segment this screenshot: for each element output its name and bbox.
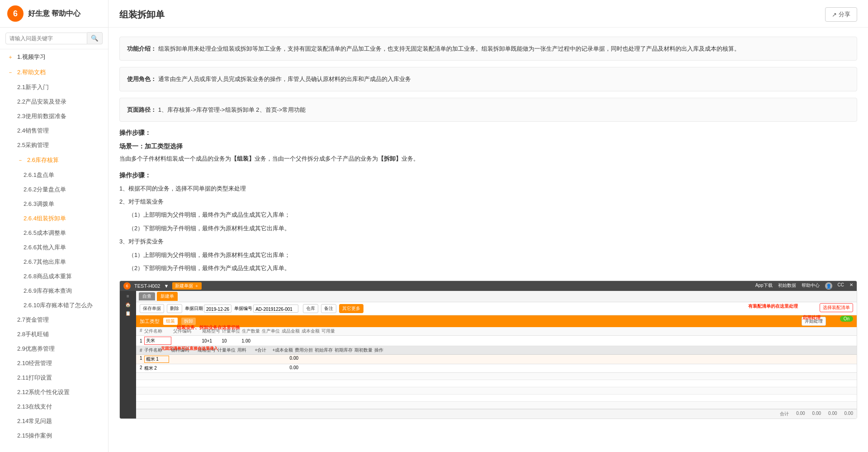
- mock-unit-cell: 10: [222, 338, 240, 343]
- sidebar-item-newbie[interactable]: 2.1新手入门: [0, 80, 108, 95]
- mock-parent-name-cell[interactable]: 关米: [144, 337, 171, 345]
- sidebar-item-case[interactable]: 2.15操作案例: [0, 428, 108, 443]
- sidebar-item-finance[interactable]: 2.7资金管理: [0, 313, 108, 327]
- mock-btn-select-bom[interactable]: 选择装配清单: [820, 303, 853, 312]
- mock-close-btn[interactable]: ✕: [849, 282, 853, 290]
- mock-order-val: AD-20191226-001: [253, 305, 298, 313]
- path-label: 页面路径：: [127, 106, 156, 113]
- sidebar-item-transfer[interactable]: 2.6.3调拨单: [0, 197, 108, 211]
- steps-intro: 操作步骤：: [119, 171, 857, 180]
- sidebar-item-cost-adjust[interactable]: 2.6.5成本调整单: [0, 226, 108, 240]
- mock-child-row1-num: 1: [140, 356, 142, 363]
- main-header: 组装拆卸单 ↗ 分享: [108, 0, 868, 28]
- sidebar-item-operation[interactable]: 2.10经营管理: [0, 356, 108, 371]
- sidebar-item-assembly[interactable]: 2.6.4组装拆卸单: [0, 211, 108, 226]
- screenshot-container: 6 TEST-H002 ▼ 新建单据 ＋ App下载 初始数据 帮助中心 👤 C…: [119, 281, 857, 419]
- logo-icon: 6: [7, 5, 24, 22]
- mock-btn-save[interactable]: 保存单据: [140, 304, 164, 313]
- step2-sub2: （2）下部明细为子件明细，最终作为原材料生成其它出库单。: [119, 223, 857, 233]
- mock-sub-toolbar: 加工类型 组装 拆卸 组装业务、拆卸业务在这里切换 启用处理 On 开始处理: [136, 315, 857, 327]
- mock-type-disassembly[interactable]: 拆卸: [181, 318, 196, 325]
- mock-child-unit-header: 计量单位: [217, 347, 236, 353]
- sidebar-item-cost-recalc[interactable]: 2.6.8商品成本重算: [0, 269, 108, 284]
- mock-nav-icon3: 📋: [124, 310, 132, 317]
- function-intro-block: 功能介绍： 组装拆卸单用来处理企业组装或拆卸等加工业务，支持有固定装配清单的产品…: [119, 37, 857, 61]
- mock-empty-row-4: [136, 380, 857, 387]
- mock-qty-cell: 1.00: [242, 338, 260, 343]
- mock-help-center: 帮助中心: [802, 282, 820, 290]
- sidebar-item-mobile[interactable]: 2.8手机旺铺: [0, 327, 108, 342]
- mock-child-row1-code: [171, 356, 196, 363]
- mock-type-assembly[interactable]: 组装: [163, 318, 178, 325]
- sidebar-item-help-docs[interactable]: － 2.帮助文档: [0, 65, 108, 80]
- mock-parent-name-col: 父件名称: [144, 328, 171, 334]
- mock-add-btn[interactable]: 新建单据 ＋: [172, 282, 202, 290]
- search-input[interactable]: [5, 33, 87, 44]
- sidebar-item-sales[interactable]: 2.4销售管理: [0, 124, 108, 138]
- mock-titlebar-left: 6 TEST-H002 ▼ 新建单据 ＋: [123, 282, 202, 290]
- step2: 2、对于组装业务: [119, 196, 857, 207]
- steps-title: 操作步骤：: [119, 129, 857, 137]
- mock-order-label: 单据编号: [234, 305, 252, 312]
- search-button[interactable]: 🔍: [87, 32, 103, 44]
- mock-total-val1: 0.00: [796, 411, 805, 417]
- mock-subtotal-header: +合计: [255, 347, 271, 353]
- step3-sub1: （1）上部明细为父件明细，最终作为原材料生成其它出库单；: [119, 250, 857, 260]
- mock-initial-data: 初始数据: [778, 282, 796, 290]
- sidebar-item-other-in[interactable]: 2.6.6其他入库单: [0, 240, 108, 255]
- mock-parent-row: 1 关米 10+1 10 1.00 无固定清单可以直接在这里录入: [136, 336, 857, 346]
- mock-user-name: CC: [838, 282, 844, 290]
- minus-icon2: －: [17, 157, 24, 163]
- mock-total-val3: 0.00: [828, 411, 837, 417]
- mock-tab-list[interactable]: 自查: [139, 292, 155, 300]
- mock-child-section-header: # 子件名称 物料编码 规格型号 计量单位 用料 +合计 +成本金额 费用分担 …: [136, 346, 857, 355]
- path-block: 页面路径： 1、库存核算->库存管理->组装拆卸单 2、首页->常用功能: [119, 98, 857, 122]
- mock-btn-cancel[interactable]: 删除: [167, 304, 182, 313]
- sidebar-item-coupon[interactable]: 2.9优惠券管理: [0, 342, 108, 356]
- mock-cost-share-header: 费用分担: [295, 347, 313, 353]
- mock-cost-amt-col: 成本金额: [302, 328, 320, 334]
- mock-child-row-1: 1 糯米 1 0.00: [136, 355, 857, 364]
- mock-empty-row-7: [136, 402, 857, 409]
- sidebar-item-video-learning[interactable]: ＋ 1.视频学习: [0, 49, 108, 65]
- sidebar-item-faq[interactable]: 2.14常见问题: [0, 414, 108, 428]
- annotation-bom: 有装配清单的在这里处理: [748, 303, 798, 309]
- sidebar-item-online-pay[interactable]: 2.13在线支付: [0, 400, 108, 414]
- mock-spec-cell: 10+1: [202, 338, 220, 343]
- mock-titlebar-right: App下载 初始数据 帮助中心 👤 CC ✕: [755, 282, 853, 290]
- mock-enable-toggle[interactable]: On: [840, 316, 853, 321]
- sidebar-item-partial-check[interactable]: 2.6.2分量盘点单: [0, 182, 108, 197]
- role-block: 使用角色： 通常由生产人员或库管人员完成拆装业务的操作，库管人员确认原材料的出库…: [119, 67, 857, 91]
- mock-btn-extra3[interactable]: 其它更多: [339, 304, 363, 313]
- mock-title-id: TEST-H002: [134, 283, 160, 289]
- scene1-title: 场景一：加工类型选择: [119, 143, 857, 151]
- mock-tab-new[interactable]: 新建单: [157, 292, 178, 301]
- sidebar-item-inventory-check[interactable]: 2.6.1盘点单: [0, 168, 108, 182]
- share-button[interactable]: ↗ 分享: [825, 7, 857, 22]
- mock-child-row1-name[interactable]: 糯米 1: [144, 356, 169, 363]
- mock-total-label: 合计: [780, 411, 789, 417]
- step3-sub2: （2）下部明细为子件明细，最终作为产成品生成其它入库单。: [119, 263, 857, 273]
- sidebar-item-ledger-query[interactable]: 2.6.9库存账本查询: [0, 284, 108, 298]
- sidebar-item-print[interactable]: 2.11打印设置: [0, 371, 108, 385]
- mock-child-row2-code: [171, 365, 196, 371]
- sidebar-header: 6 好生意 帮助中心: [0, 0, 108, 28]
- mock-date-val[interactable]: 2019-12-26: [204, 305, 231, 313]
- nav-section: ＋ 1.视频学习 － 2.帮助文档 2.1新手入门 2.2产品安装及登录 2.3…: [0, 49, 108, 443]
- app-title: 好生意 帮助中心: [28, 9, 80, 19]
- sidebar-item-purchase[interactable]: 2.5采购管理: [0, 138, 108, 152]
- sidebar-item-ledger-error[interactable]: 2.6.10库存账本错了怎么办: [0, 298, 108, 313]
- sidebar-item-other-out[interactable]: 2.6.7其他出库单: [0, 255, 108, 269]
- mock-empty-row-5: [136, 387, 857, 395]
- role-text: 通常由生产人员或库管人员完成拆装业务的操作，库管人员确认原材料的出库和产成品的入…: [158, 76, 411, 82]
- annotation-type-switch: 组装业务、拆卸业务在这里切换: [177, 324, 240, 331]
- sidebar-item-install[interactable]: 2.2产品安装及登录: [0, 95, 108, 109]
- mock-btn-extra1[interactable]: 仓库: [303, 304, 318, 313]
- mock-toolbar: 保存单据 删除 单据日期 2019-12-26 单据编号 AD-20191226…: [136, 302, 857, 315]
- mock-init-stock2-header: 初期库存: [335, 347, 353, 353]
- mock-child-row2-name: 糯米 2: [144, 365, 169, 371]
- sidebar-item-inventory[interactable]: － 2.6库存核算: [0, 152, 108, 168]
- sidebar-item-data-prep[interactable]: 2.3使用前数据准备: [0, 109, 108, 124]
- mock-btn-extra2[interactable]: 备注: [321, 304, 336, 313]
- sidebar-item-personalize[interactable]: 2.12系统个性化设置: [0, 385, 108, 400]
